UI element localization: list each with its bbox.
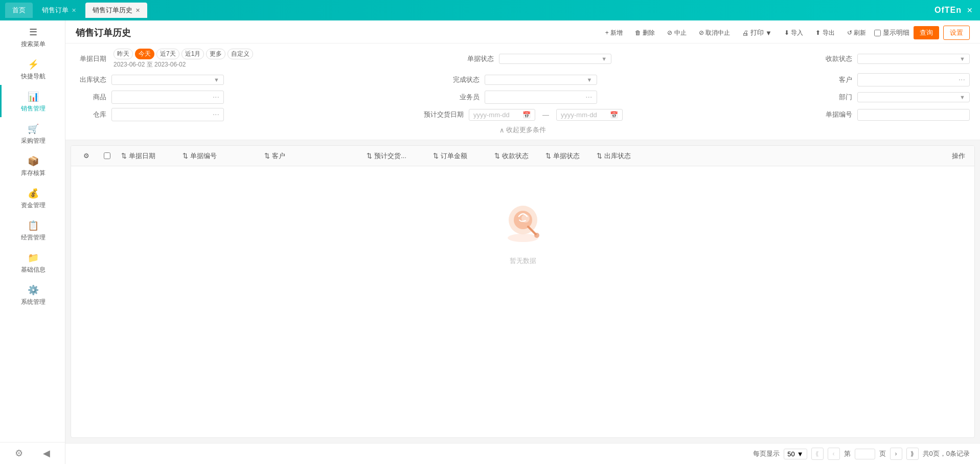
settings-button[interactable]: 设置 bbox=[943, 26, 970, 40]
page-first-button[interactable]: ⟪ bbox=[811, 448, 824, 460]
sys-icon: ⚙️ bbox=[28, 284, 39, 296]
stop-button[interactable]: ⊘ 中止 bbox=[663, 27, 690, 39]
goods-dots[interactable]: ··· bbox=[213, 93, 219, 102]
th-bill-status[interactable]: ⇅ 单据状态 bbox=[541, 151, 592, 161]
th-customer-sort-icon: ⇅ bbox=[264, 152, 270, 160]
empty-text: 暂无数据 bbox=[510, 256, 536, 266]
sidebar-item-purchase[interactable]: 🛒 采购管理 bbox=[0, 117, 65, 149]
date-btn-today[interactable]: 今天 bbox=[135, 49, 154, 59]
goods-select[interactable]: ··· bbox=[111, 91, 224, 104]
complete-status-select[interactable]: ▼ bbox=[485, 75, 597, 85]
sidebar-item-finance-label: 资金管理 bbox=[21, 201, 45, 210]
salesperson-dots[interactable]: ··· bbox=[585, 93, 592, 102]
select-all-checkbox[interactable] bbox=[104, 152, 110, 159]
calendar-to-icon: 📅 bbox=[610, 111, 618, 119]
sidebar-item-inventory[interactable]: 📦 库存核算 bbox=[0, 149, 65, 182]
th-receipt-label: 收款状态 bbox=[502, 151, 529, 161]
tab-home-label: 首页 bbox=[12, 6, 26, 15]
refresh-button[interactable]: ↺ 刷新 bbox=[843, 27, 870, 39]
delivery-to-placeholder: yyyy-mm-dd bbox=[561, 111, 597, 119]
main-layout: ☰ 搜索菜单 ⚡ 快捷导航 📊 销售管理 🛒 采购管理 📦 库存核算 💰 资金管… bbox=[0, 20, 980, 464]
page-size-select[interactable]: 50 ▼ bbox=[784, 449, 807, 459]
dept-label: 部门 bbox=[822, 93, 852, 102]
date-btn-7days[interactable]: 近7天 bbox=[156, 49, 179, 59]
th-receipt-status[interactable]: ⇅ 收款状态 bbox=[490, 151, 541, 161]
warehouse-dots[interactable]: ··· bbox=[213, 110, 219, 119]
date-btn-yesterday[interactable]: 昨天 bbox=[113, 49, 133, 59]
tab-home[interactable]: 首页 bbox=[5, 3, 33, 18]
top-bar-right: OfTEn ✕ bbox=[935, 6, 975, 15]
print-button[interactable]: 🖨 打印 ▼ bbox=[738, 26, 776, 39]
window-close-icon[interactable]: ✕ bbox=[967, 6, 975, 14]
date-btn-1month[interactable]: 近1月 bbox=[181, 49, 204, 59]
show-detail-checkbox[interactable]: 显示明细 bbox=[874, 28, 909, 37]
bill-status-chevron: ▼ bbox=[601, 56, 607, 62]
date-range-display: 2023-06-02 至 2023-06-02 bbox=[113, 60, 253, 69]
salesperson-select[interactable]: ··· bbox=[485, 91, 597, 104]
tab-sales-order[interactable]: 销售订单 ✕ bbox=[35, 3, 83, 18]
collapse-row[interactable]: ∧ 收起更多条件 bbox=[76, 125, 970, 135]
page-header: 销售订单历史 + 新增 🗑 删除 ⊘ 中止 ⊘ 取消中止 🖨 打印 ▼ ⬇ 导入… bbox=[65, 20, 980, 43]
sales-icon: 📊 bbox=[28, 91, 39, 102]
tab-sales-order-close[interactable]: ✕ bbox=[72, 7, 76, 14]
sidebar-item-base-info[interactable]: 📁 基础信息 bbox=[0, 246, 65, 278]
print-icon: 🖨 bbox=[742, 29, 749, 37]
th-delivery[interactable]: ⇅ 预计交货... bbox=[362, 151, 429, 161]
page-number-input[interactable]: 1 bbox=[855, 449, 875, 459]
date-btn-more[interactable]: 更多 bbox=[206, 49, 225, 59]
th-date-sort-icon: ⇅ bbox=[121, 152, 127, 160]
export-button[interactable]: ⬆ 导出 bbox=[811, 27, 838, 39]
show-detail-label: 显示明细 bbox=[883, 28, 909, 37]
dept-chevron: ▼ bbox=[960, 94, 965, 100]
th-check[interactable] bbox=[97, 152, 117, 159]
page-prev-button[interactable]: ‹ bbox=[828, 448, 840, 460]
th-date-label: 单据日期 bbox=[129, 151, 155, 161]
sidebar-item-quick-nav[interactable]: ⚡ 快捷导航 bbox=[0, 53, 65, 85]
th-num[interactable]: ⇅ 单据编号 bbox=[178, 151, 260, 161]
sidebar-item-sales[interactable]: 📊 销售管理 bbox=[0, 85, 65, 117]
th-amount[interactable]: ⇅ 订单金额 bbox=[429, 151, 490, 161]
page-size-chevron: ▼ bbox=[797, 450, 804, 458]
date-btn-custom[interactable]: 自定义 bbox=[227, 49, 253, 59]
sidebar-item-operations[interactable]: 📋 经营管理 bbox=[0, 214, 65, 246]
collapse-icon[interactable]: ◀ bbox=[43, 448, 50, 459]
calendar-from-icon: 📅 bbox=[522, 111, 531, 119]
finance-icon: 💰 bbox=[28, 188, 39, 199]
cancel-stop-button[interactable]: ⊘ 取消中止 bbox=[695, 27, 734, 39]
sidebar-item-sys[interactable]: ⚙️ 系统管理 bbox=[0, 278, 65, 311]
receipt-status-select[interactable]: ▼ bbox=[857, 54, 970, 64]
settings-bottom-icon[interactable]: ⚙ bbox=[15, 448, 23, 459]
query-button[interactable]: 查询 bbox=[914, 26, 939, 39]
quick-nav-icon: ⚡ bbox=[28, 59, 39, 70]
customer-dots[interactable]: ··· bbox=[959, 75, 965, 84]
filter-row-2: 出库状态 ▼ 完成状态 ▼ 客户 ··· bbox=[76, 73, 970, 86]
import-button[interactable]: ⬇ 导入 bbox=[780, 27, 807, 39]
print-chevron: ▼ bbox=[765, 29, 772, 37]
new-button[interactable]: + 新增 bbox=[601, 27, 627, 39]
th-out-status[interactable]: ⇅ 出库状态 bbox=[592, 151, 644, 161]
th-gear[interactable]: ⚙ bbox=[76, 152, 97, 160]
delete-button[interactable]: 🗑 删除 bbox=[631, 27, 659, 39]
delivery-from-input[interactable]: yyyy-mm-dd 📅 bbox=[469, 109, 535, 121]
bill-status-select[interactable]: ▼ bbox=[499, 54, 611, 64]
warehouse-select[interactable]: ··· bbox=[111, 108, 224, 121]
delivery-to-input[interactable]: yyyy-mm-dd 📅 bbox=[556, 109, 623, 121]
show-detail-input[interactable] bbox=[874, 30, 881, 36]
sidebar-item-operations-label: 经营管理 bbox=[21, 233, 45, 242]
page-size-value: 50 bbox=[787, 450, 794, 458]
date-range-btns: 昨天 今天 近7天 近1月 更多 自定义 bbox=[113, 49, 253, 59]
out-status-select[interactable]: ▼ bbox=[111, 75, 224, 85]
customer-select[interactable]: ··· bbox=[857, 73, 970, 86]
page-last-button[interactable]: ⟫ bbox=[906, 448, 919, 460]
page-next-button[interactable]: › bbox=[890, 448, 902, 460]
bill-no-input[interactable] bbox=[857, 109, 970, 121]
sidebar-item-search[interactable]: ☰ 搜索菜单 bbox=[0, 20, 65, 53]
tab-sales-order-history-close[interactable]: ✕ bbox=[135, 7, 140, 14]
bill-no-label: 单据编号 bbox=[822, 110, 852, 119]
th-customer[interactable]: ⇅ 客户 bbox=[260, 151, 362, 161]
table-area: ⚙ ⇅ 单据日期 ⇅ 单据编号 ⇅ 客户 ⇅ bbox=[71, 145, 975, 438]
tab-sales-order-history[interactable]: 销售订单历史 ✕ bbox=[85, 3, 147, 18]
dept-select[interactable]: ▼ bbox=[857, 92, 970, 102]
th-date[interactable]: ⇅ 单据日期 bbox=[117, 151, 178, 161]
sidebar-item-finance[interactable]: 💰 资金管理 bbox=[0, 182, 65, 214]
